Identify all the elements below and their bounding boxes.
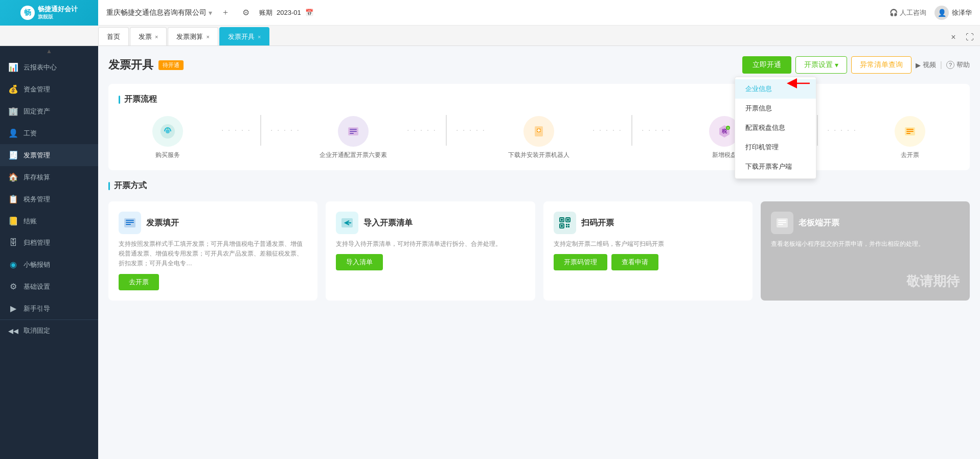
tab-invoice-label: 发票 [139,32,152,41]
settings-icon[interactable]: ⚙ [239,6,253,20]
tab-home-label: 首页 [107,32,120,41]
sidebar-item-fixed-assets[interactable]: 🏢 固定资产 [0,100,98,122]
import-desc: 支持导入待开票清单，可对待开票清单进行拆分、合并处理。 [336,239,525,249]
sidebar-item-archive[interactable]: 🗄 归档管理 [0,232,98,254]
svg-rect-23 [126,224,131,225]
flow-icon-5 [895,116,925,147]
tab-calc[interactable]: 发票测算 × [168,27,218,45]
sidebar-item-settings[interactable]: ⚙ 基础设置 [0,276,98,297]
sidebar-label-archive: 归档管理 [24,238,50,247]
video-button[interactable]: ▶ 视频 [916,60,936,70]
finance-icon: 💰 [8,84,18,94]
sidebar-item-inventory[interactable]: 🏠 库存核算 [0,166,98,188]
billing-card-boss: 老板端开票 查看老板端小程序提交的开票申请，并作出相应的处理。 敬请期待 [761,201,970,301]
svg-rect-29 [561,219,563,221]
svg-rect-30 [567,219,569,221]
chevron-down-icon[interactable]: ▾ [209,9,212,17]
tab-invoice[interactable]: 发票 × [130,27,167,45]
sidebar-label-fixed-assets: 固定资产 [24,107,50,116]
svg-rect-33 [568,224,569,225]
sidebar-item-expense[interactable]: ◉ 小畅报销 [0,254,98,276]
dropdown-item-printer-label: 打印机管理 [745,143,779,151]
flow-label-4: 新增税盘 [712,151,737,159]
tab-invoice-close[interactable]: × [155,34,158,40]
flow-step-3: 下载并安装开票机器人 [490,116,588,159]
close-tab-button[interactable]: × [947,31,960,43]
status-badge: 待开通 [158,60,184,70]
header-middle: 重庆畅捷交通信息咨询有限公司 ▾ ＋ ⚙ 账期 2023-01 📅 [98,0,890,25]
play-icon: ▶ [916,61,921,69]
svg-rect-37 [778,220,786,221]
fill-icon [119,212,141,234]
flow-label-5: 去开票 [901,151,919,159]
sidebar-item-tax[interactable]: 📋 税务管理 [0,188,98,210]
scan-qr-button[interactable]: 开票码管理 [554,254,607,270]
flow-divider-2 [446,115,447,146]
sidebar-item-invoice[interactable]: 🧾 发票管理 [0,144,98,166]
sidebar-scroll-up[interactable]: ▲ [0,46,98,56]
boss-title: 老板端开票 [799,218,839,228]
main-layout: ▲ 📊 云报表中心 💰 资金管理 🏢 固定资产 👤 工资 🧾 发票管理 🏠 库存… [0,46,980,459]
settings-button[interactable]: 开票设置 ▾ [795,56,847,74]
scan-buttons: 开票码管理 查看申请 [554,254,742,270]
dropdown-item-tax-config[interactable]: 配置税盘信息 [735,118,816,137]
tab-calc-close[interactable]: × [206,34,209,40]
dropdown-item-invoice-info[interactable]: 开票信息 [735,99,816,118]
calendar-icon[interactable]: 📅 [305,9,313,16]
flow-step-5: 去开票 [861,116,960,159]
dropdown-item-company[interactable]: 企业信息 [735,79,816,99]
flow-connector-1b: · · · · · [266,126,304,135]
flow-connector-4b: · · · · · [823,126,861,135]
boss-desc: 查看老板端小程序提交的开票申请，并作出相应的处理。 [771,239,960,249]
billing-card-scan-header: 扫码开票 [554,212,742,234]
boss-icon [771,212,793,234]
expand-tab-button[interactable]: ⛶ [964,31,976,43]
period-info: 账期 2023-01 📅 [259,8,313,17]
settle-icon: 📒 [8,216,18,226]
avatar: 👤 [935,6,949,20]
guide-icon: ▶ [8,304,18,313]
import-button[interactable]: 导入清单 [336,254,383,270]
customer-service[interactable]: 🎧 人工咨询 [890,8,926,17]
tab-issue-label: 发票开具 [228,32,255,41]
company-selector[interactable]: 重庆畅捷交通信息咨询有限公司 ▾ [106,8,212,17]
tab-issue-close[interactable]: × [258,34,261,40]
dropdown-item-download[interactable]: 下载开票客户端 [735,157,816,176]
flow-label-2: 企业开通配置开票六要素 [320,151,387,159]
exception-button[interactable]: 异常清单查询 [851,56,911,74]
billing-card-fill-header: 发票填开 [119,212,307,234]
dropdown-menu: 企业信息 开票信息 配置税盘信息 打印机管理 下载开票客户端 [735,77,816,179]
sidebar-item-finance[interactable]: 💰 资金管理 [0,78,98,100]
dropdown-item-company-label: 企业信息 [745,85,772,93]
flow-divider-3 [631,115,632,146]
fill-go-button[interactable]: 去开票 [119,274,159,290]
add-company-button[interactable]: ＋ [218,6,233,20]
flow-section-title: 开票流程 [119,94,960,105]
user-menu[interactable]: 👤 徐泽华 [935,6,972,20]
sidebar-item-guide[interactable]: ▶ 新手引导 [0,297,98,319]
archive-icon: 🗄 [8,238,18,247]
activate-button[interactable]: 立即开通 [742,56,791,74]
username: 徐泽华 [952,8,972,17]
company-name-text: 重庆畅捷交通信息咨询有限公司 [106,8,207,17]
tab-calc-label: 发票测算 [176,32,203,41]
scan-apply-button[interactable]: 查看申请 [611,254,658,270]
settings-sidebar-icon: ⚙ [8,282,18,291]
sidebar-footer-pin[interactable]: ◀◀ 取消固定 [0,319,98,341]
flow-icon-1 [152,116,183,147]
sidebar: ▲ 📊 云报表中心 💰 资金管理 🏢 固定资产 👤 工资 🧾 发票管理 🏠 库存… [0,46,98,459]
flow-connector-2b: · · · · · [452,126,490,135]
tab-issue[interactable]: 发票开具 × [219,27,269,45]
sidebar-item-payroll[interactable]: 👤 工资 [0,122,98,144]
billing-card-import: 导入开票清单 支持导入待开票清单，可对待开票清单进行拆分、合并处理。 导入清单 [326,201,535,301]
svg-rect-21 [126,220,134,221]
dropdown-item-printer[interactable]: 打印机管理 [735,137,816,157]
billing-section-title: 开票方式 [108,180,970,191]
flow-label-3: 下载并安装开票机器人 [508,151,569,159]
sidebar-item-cloud-report[interactable]: 📊 云报表中心 [0,56,98,78]
help-button[interactable]: ? 帮助 [946,60,970,70]
sidebar-item-settle[interactable]: 📒 结账 [0,210,98,232]
svg-rect-35 [568,226,569,227]
tab-home[interactable]: 首页 [98,27,129,45]
flow-connector-2: · · · · · [403,126,441,135]
